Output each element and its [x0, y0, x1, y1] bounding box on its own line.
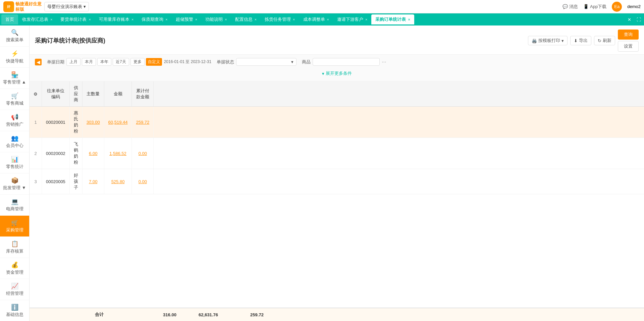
col-qty: 主数量: [82, 82, 104, 107]
goods-filter-label: 商品: [302, 59, 311, 65]
settings-button[interactable]: 设置: [618, 41, 639, 52]
close-icon[interactable]: ×: [327, 17, 329, 21]
close-icon[interactable]: ×: [293, 17, 295, 21]
sidebar-item-finance[interactable]: 💰 资金管理: [0, 258, 29, 279]
top-bar-left: 好 畅捷通好生意 标版 母婴行业演示账表 ▾: [3, 1, 89, 12]
date-btn-7days[interactable]: 近7天: [113, 58, 129, 66]
retail-icon: 🏪: [11, 71, 18, 78]
sidebar-item-ecommerce[interactable]: 💻 电商管理: [0, 195, 29, 216]
tab-caigou[interactable]: 采购订单统计表 ×: [371, 14, 414, 24]
status-filter-group: 单据状态 ▾: [217, 58, 297, 66]
date-btn-this-year[interactable]: 本年: [97, 58, 111, 66]
chevron-down-icon: ▾: [291, 59, 293, 64]
tab-peizhi[interactable]: 配置信息 ×: [231, 14, 261, 24]
workspace-selector[interactable]: 母婴行业演示账表 ▾: [44, 2, 89, 11]
tab-yaoqing[interactable]: 邀请下游客户 ×: [333, 14, 371, 24]
table-head: ⚙ 往来单位编码 供应商 主数量 金额 累计付款金额: [30, 82, 644, 107]
col-amount: 金额: [104, 82, 132, 107]
sidebar-item-purchase[interactable]: 🛒 采购管理: [0, 216, 29, 237]
sidebar-item-basics[interactable]: ℹ️ 基础信息: [0, 300, 29, 321]
sidebar-item-retail-mgmt[interactable]: 🏪 零售管理 ▲: [0, 68, 29, 89]
print-button[interactable]: 🖨️ 按模板打印 ▾: [528, 36, 568, 45]
row-paid: 259.72: [132, 107, 154, 138]
sidebar: 🔍 搜索菜单 ⚡ 快捷导航 🏪 零售管理 ▲ 🛒 零售商城 📢 营销推广 👥: [0, 25, 30, 321]
close-icon[interactable]: ×: [255, 17, 257, 21]
row-qty: 303.00: [82, 107, 104, 138]
tab-jianhuo[interactable]: 拣货任务管理 ×: [261, 14, 299, 24]
date-range-display: 2016-01-01 至 2023-12-31: [164, 59, 211, 65]
sidebar-item-operations[interactable]: 📈 经营管理: [0, 279, 29, 300]
tab-keyong[interactable]: 可用量库存账本 ×: [95, 14, 138, 24]
close-icon[interactable]: ×: [89, 17, 91, 21]
status-filter-label: 单据状态: [217, 59, 234, 65]
col-settings[interactable]: ⚙: [30, 82, 42, 107]
toggle-filter-btn[interactable]: ◀: [35, 59, 42, 65]
quick-icon: ⚡: [11, 50, 18, 57]
tab-shoufacun[interactable]: 收发存汇总表 ×: [18, 14, 56, 24]
row-amount: 1,586.52: [104, 138, 132, 169]
refresh-button[interactable]: ↻ 刷新: [594, 36, 615, 45]
nav-end-buttons: ✕ ⛶: [625, 15, 643, 23]
data-table: ⚙ 往来单位编码 供应商 主数量 金额 累计付款金额 1 00020001: [30, 82, 644, 194]
stat-icon: 📊: [11, 156, 18, 163]
goods-more-btn[interactable]: ···: [382, 59, 386, 65]
message-btn[interactable]: 💬 消息: [562, 4, 578, 10]
close-icon[interactable]: ×: [165, 17, 167, 21]
tab-home[interactable]: 首页: [1, 14, 18, 24]
expand-row: ▾ 展开更多条件: [35, 69, 639, 78]
close-icon[interactable]: ×: [50, 17, 52, 21]
row-index: 1: [30, 107, 42, 138]
tab-chaochu[interactable]: 超储预警 ×: [172, 14, 201, 24]
sidebar-item-wholesale[interactable]: 📦 批发管理 ▼: [0, 173, 29, 195]
col-paid: 累计付款金额: [132, 82, 154, 107]
row-code: 00020005: [42, 169, 70, 194]
col-code: 往来单位编码: [42, 82, 70, 107]
app-download-btn[interactable]: 📱 App下载: [583, 4, 606, 10]
sidebar-item-retail-stat[interactable]: 📊 零售统计: [0, 152, 29, 173]
sidebar-item-member[interactable]: 👥 会员中心: [0, 131, 29, 152]
tab-baozhi[interactable]: 保质期查询 ×: [138, 14, 171, 24]
tab-yaohuo[interactable]: 要货单统计表 ×: [56, 14, 95, 24]
date-filter-group: 单据日期 上月 本月 本年 近7天 更多 自定义 2016-01-01 至 20…: [47, 58, 211, 66]
goods-input[interactable]: [313, 58, 380, 66]
table-row: 2 00020002 飞鹤奶粉 6.00 1,586.52 0.00: [30, 138, 644, 169]
date-btn-more[interactable]: 更多: [130, 58, 145, 66]
inventory-icon: 📋: [11, 240, 18, 248]
nav-close-btn[interactable]: ✕: [625, 15, 633, 23]
query-button[interactable]: 查询: [618, 30, 639, 40]
message-icon: 💬: [562, 4, 568, 9]
close-icon[interactable]: ×: [225, 17, 227, 21]
close-icon[interactable]: ×: [408, 17, 410, 21]
sidebar-item-quick[interactable]: ⚡ 快捷导航: [0, 47, 29, 68]
top-bar: 好 畅捷通好生意 标版 母婴行业演示账表 ▾ 💬 消息 📱 App下载 Ea d…: [0, 0, 644, 13]
row-amount: 60,519.44: [104, 107, 132, 138]
tab-chengben[interactable]: 成本调整单 ×: [299, 14, 333, 24]
footer-amount: 62,631.76: [186, 312, 230, 317]
footer-qty: 316.00: [153, 312, 186, 317]
nav-expand-btn[interactable]: ⛶: [635, 15, 643, 23]
tab-gongneng[interactable]: 功能说明 ×: [201, 14, 231, 24]
table-row: 3 00020005 好孩子 7.00 525.80 0.00: [30, 169, 644, 194]
filter-row-1: ◀ 单据日期 上月 本月 本年 近7天 更多 自定义 2016-01-01 至 …: [35, 58, 639, 66]
top-bar-right: 💬 消息 📱 App下载 Ea demo2: [562, 2, 641, 12]
row-supplier: 惠氏奶粉: [69, 107, 82, 138]
sidebar-item-inventory[interactable]: 📋 库存核算: [0, 237, 29, 258]
close-icon[interactable]: ×: [131, 17, 133, 21]
page-header-actions: 🖨️ 按模板打印 ▾ ⬇ 导出 ↻ 刷新 查询 设置: [528, 30, 639, 52]
sidebar-item-retail-shop[interactable]: 🛒 零售商城: [0, 89, 29, 110]
sidebar-item-marketing[interactable]: 📢 营销推广: [0, 110, 29, 131]
close-icon[interactable]: ×: [195, 17, 197, 21]
finance-icon: 💰: [11, 261, 18, 269]
date-btn-custom[interactable]: 自定义: [146, 58, 162, 66]
status-select[interactable]: ▾: [236, 58, 297, 66]
avatar[interactable]: Ea: [612, 2, 622, 12]
sidebar-item-search[interactable]: 🔍 搜索菜单: [0, 25, 29, 47]
export-button[interactable]: ⬇ 导出: [570, 36, 591, 45]
close-icon[interactable]: ×: [365, 17, 367, 21]
chevron-down-icon: ▾: [561, 38, 564, 43]
member-icon: 👥: [11, 135, 18, 142]
date-btn-this-month[interactable]: 本月: [82, 58, 96, 66]
table-body: 1 00020001 惠氏奶粉 303.00 60,519.44 259.72 …: [30, 107, 644, 194]
expand-more-btn[interactable]: ▾ 展开更多条件: [321, 69, 353, 78]
date-btn-last-month[interactable]: 上月: [66, 58, 80, 66]
